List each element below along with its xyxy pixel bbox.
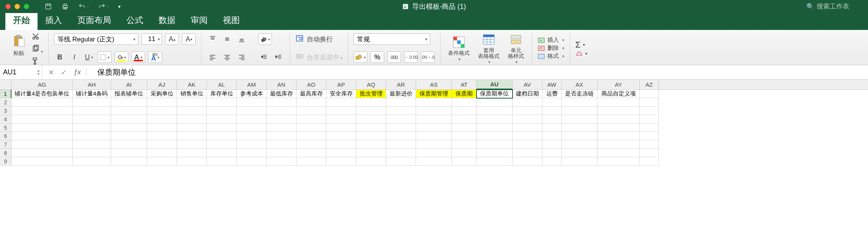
cell-AW1[interactable]: 运费 <box>542 90 562 98</box>
increase-font-button[interactable]: A▴ <box>165 33 179 45</box>
zoom-window-button[interactable] <box>24 4 29 9</box>
cell-AU9[interactable] <box>477 157 513 166</box>
decrease-decimal-button[interactable]: .00→.0 <box>421 51 435 63</box>
align-center-button[interactable] <box>221 51 233 63</box>
cell-AQ5[interactable] <box>356 123 386 132</box>
search-input[interactable] <box>817 3 863 10</box>
cell-AW5[interactable] <box>542 123 562 132</box>
cell-AZ2[interactable] <box>640 98 659 107</box>
cell-AT8[interactable] <box>452 149 477 157</box>
cell-AT3[interactable] <box>452 107 477 115</box>
cell-AM2[interactable] <box>237 98 267 107</box>
column-header-AN[interactable]: AN <box>267 80 296 89</box>
align-left-button[interactable] <box>207 51 218 63</box>
bold-button[interactable]: B <box>54 51 66 63</box>
cell-AZ8[interactable] <box>640 149 659 157</box>
cell-AQ3[interactable] <box>356 107 386 115</box>
cell-AG9[interactable] <box>11 157 73 166</box>
column-header-AU[interactable]: AU <box>477 80 513 89</box>
decrease-font-button[interactable]: A▾ <box>182 33 196 45</box>
column-header-AL[interactable]: AL <box>207 80 237 89</box>
column-header-AO[interactable]: AO <box>296 80 326 89</box>
cell-AV9[interactable] <box>513 157 542 166</box>
font-size-select[interactable]: 11 <box>141 33 162 45</box>
cell-AS8[interactable] <box>416 149 452 157</box>
cell-AV1[interactable]: 建档日期 <box>513 90 542 98</box>
cell-AJ6[interactable] <box>147 132 177 140</box>
cell-AI7[interactable] <box>111 140 147 149</box>
cell-AO2[interactable] <box>296 98 326 107</box>
cell-AH5[interactable] <box>73 123 111 132</box>
column-header-AM[interactable]: AM <box>237 80 267 89</box>
cell-AK8[interactable] <box>177 149 207 157</box>
cell-AN4[interactable] <box>267 115 296 123</box>
format-as-table-button[interactable]: 套用 表格格式 <box>476 31 502 65</box>
cell-AT4[interactable] <box>452 115 477 123</box>
cell-AP3[interactable] <box>326 107 356 115</box>
cell-AH9[interactable] <box>73 157 111 166</box>
cell-AR8[interactable] <box>386 149 416 157</box>
cell-AH4[interactable] <box>73 115 111 123</box>
column-header-AJ[interactable]: AJ <box>147 80 177 89</box>
cell-AZ9[interactable] <box>640 157 659 166</box>
cell-AL3[interactable] <box>207 107 237 115</box>
cell-AG2[interactable] <box>11 98 73 107</box>
row-header-1[interactable]: 1 <box>0 90 11 98</box>
cell-AH7[interactable] <box>73 140 111 149</box>
cell-AT2[interactable] <box>452 98 477 107</box>
cell-AJ7[interactable] <box>147 140 177 149</box>
cell-AO8[interactable] <box>296 149 326 157</box>
cell-AR6[interactable] <box>386 132 416 140</box>
tab-view[interactable]: 视图 <box>215 12 247 30</box>
align-bottom-button[interactable] <box>236 33 247 45</box>
cell-AZ3[interactable] <box>640 107 659 115</box>
cell-AK9[interactable] <box>177 157 207 166</box>
cell-AM6[interactable] <box>237 132 267 140</box>
name-box[interactable]: AU1 ▲▼ <box>0 65 42 79</box>
cell-AO4[interactable] <box>296 115 326 123</box>
close-window-button[interactable] <box>5 4 11 9</box>
cell-AJ3[interactable] <box>147 107 177 115</box>
column-header-AS[interactable]: AS <box>416 80 452 89</box>
cell-AG3[interactable] <box>11 107 73 115</box>
cell-AY3[interactable] <box>598 107 640 115</box>
cell-AP9[interactable] <box>326 157 356 166</box>
column-header-AW[interactable]: AW <box>542 80 562 89</box>
undo-button[interactable] <box>78 3 89 10</box>
cell-AY9[interactable] <box>598 157 640 166</box>
cell-AK3[interactable] <box>177 107 207 115</box>
cell-AU5[interactable] <box>477 123 513 132</box>
align-right-button[interactable] <box>236 51 247 63</box>
cell-AT7[interactable] <box>452 140 477 149</box>
cell-AJ4[interactable] <box>147 115 177 123</box>
tab-home[interactable]: 开始 <box>5 12 38 30</box>
cell-AI9[interactable] <box>111 157 147 166</box>
cell-AQ2[interactable] <box>356 98 386 107</box>
cell-AP4[interactable] <box>326 115 356 123</box>
row-header-8[interactable]: 8 <box>0 149 11 157</box>
enter-formula-button[interactable]: ✓ <box>61 68 67 77</box>
merge-center-button[interactable]: 合并后居中 <box>307 53 342 62</box>
cell-AV5[interactable] <box>513 123 542 132</box>
cell-AW2[interactable] <box>542 98 562 107</box>
cell-AN8[interactable] <box>267 149 296 157</box>
underline-button[interactable]: U <box>83 51 95 63</box>
cell-AO6[interactable] <box>296 132 326 140</box>
cell-AI8[interactable] <box>111 149 147 157</box>
cell-AN3[interactable] <box>267 107 296 115</box>
cell-AL2[interactable] <box>207 98 237 107</box>
cell-AX1[interactable]: 是否走冻链 <box>562 90 598 98</box>
cell-AY8[interactable] <box>598 149 640 157</box>
cell-styles-button[interactable]: 单元 格样式 <box>506 31 526 65</box>
cell-AM1[interactable]: 参考成本 <box>237 90 267 98</box>
cell-AO1[interactable]: 最高库存 <box>296 90 326 98</box>
cell-AT5[interactable] <box>452 123 477 132</box>
cell-AW4[interactable] <box>542 115 562 123</box>
cell-AO5[interactable] <box>296 123 326 132</box>
cell-AP5[interactable] <box>326 123 356 132</box>
save-icon[interactable] <box>44 3 52 10</box>
cell-AL6[interactable] <box>207 132 237 140</box>
cell-AO7[interactable] <box>296 140 326 149</box>
cell-AH2[interactable] <box>73 98 111 107</box>
cell-AX2[interactable] <box>562 98 598 107</box>
